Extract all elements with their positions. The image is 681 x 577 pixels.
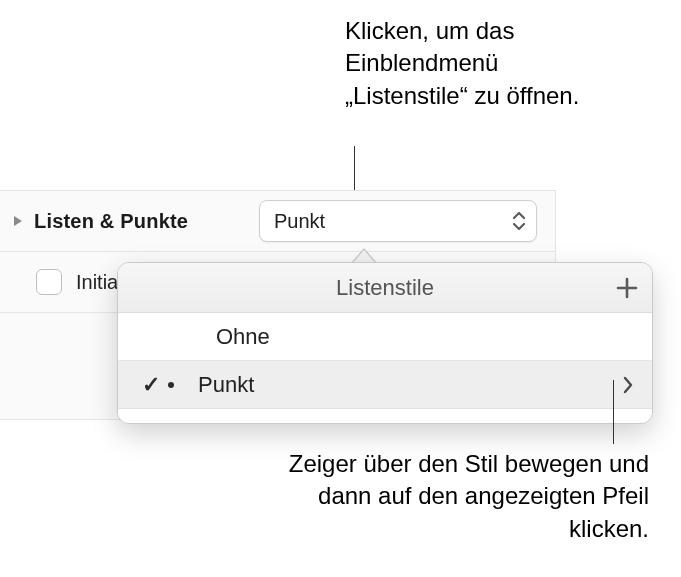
section-row-lists-bullets[interactable]: Listen & Punkte Punkt xyxy=(0,191,555,251)
callout-top-text: Klicken, um das Einblendmenü „Listenstil… xyxy=(345,15,605,112)
list-item-label: Ohne xyxy=(198,324,270,350)
chevron-up-down-icon xyxy=(512,210,526,232)
popover-list: Ohne ✓ Punkt xyxy=(118,313,652,409)
list-style-popup-value: Punkt xyxy=(274,210,325,233)
list-item-leading: ✓ xyxy=(118,372,198,398)
drop-cap-label: Initia xyxy=(76,271,118,294)
plus-icon xyxy=(615,276,639,300)
callout-bottom-leader-line xyxy=(613,380,614,444)
inspector-panel: Listen & Punkte Punkt Initia Listenstile xyxy=(0,168,559,428)
popover-title: Listenstile xyxy=(336,275,434,301)
popover-header: Listenstile xyxy=(118,263,652,313)
section-label: Listen & Punkte xyxy=(34,210,188,233)
list-style-item-none[interactable]: Ohne xyxy=(118,313,652,361)
popover-bottom-edge xyxy=(118,409,652,423)
list-item-label: Punkt xyxy=(198,372,254,398)
callout-bottom-text: Zeiger über den Stil bewegen und dann au… xyxy=(285,448,649,545)
list-style-item-bullet[interactable]: ✓ Punkt xyxy=(118,361,652,409)
disclosure-triangle-icon[interactable] xyxy=(14,216,22,226)
list-styles-popover: Listenstile Ohne ✓ Punkt xyxy=(117,262,653,424)
checkmark-icon: ✓ xyxy=(142,372,160,398)
bullet-icon xyxy=(168,382,174,388)
drop-cap-checkbox[interactable] xyxy=(36,269,62,295)
chevron-right-icon[interactable] xyxy=(622,375,634,395)
add-style-button[interactable] xyxy=(612,273,642,303)
list-style-popup-button[interactable]: Punkt xyxy=(259,200,537,242)
